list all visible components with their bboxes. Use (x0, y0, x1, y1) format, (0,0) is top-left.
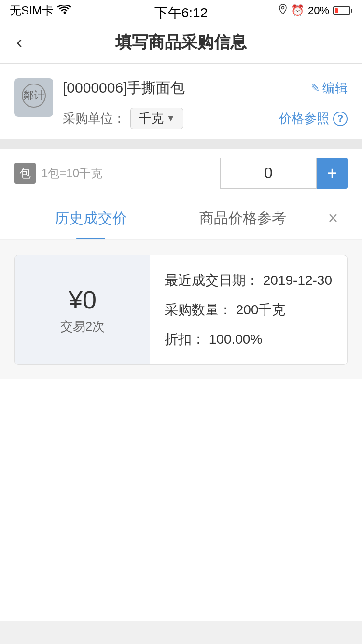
battery-icon (333, 6, 352, 15)
quantity-input[interactable]: 0 (220, 158, 317, 189)
carrier-label: 无SIM卡 (10, 3, 54, 18)
edit-icon: ✎ (311, 82, 320, 95)
product-details: [0000006]手撕面包 ✎ 编辑 采购单位： 千克 ▼ 价格参照 ? (63, 78, 348, 129)
edit-button[interactable]: ✎ 编辑 (311, 80, 348, 97)
product-card: 鄰计 [0000006]手撕面包 ✎ 编辑 采购单位： 千克 ▼ 价格参照 (0, 64, 362, 140)
recent-date-row: 最近成交日期： 2019-12-30 (165, 270, 333, 292)
unit-value: 千克 (139, 110, 164, 127)
nav-bar: ‹ 填写商品采购信息 (0, 21, 362, 64)
tab-history-price[interactable]: 历史成交价 (14, 197, 167, 239)
product-header: [0000006]手撕面包 ✎ 编辑 (63, 78, 348, 98)
discount-row: 折扣： 100.00% (165, 329, 333, 350)
product-name: [0000006]手撕面包 (63, 78, 185, 98)
alarm-icon: ⏰ (291, 4, 304, 17)
quantity-plus-button[interactable]: + (317, 158, 348, 189)
recent-date-value: 2019-12-30 (263, 273, 332, 288)
svg-point-0 (281, 7, 284, 9)
price-card: ¥0 交易2次 最近成交日期： 2019-12-30 采购数量： 200千克 折… (14, 255, 348, 365)
discount-value: 100.00% (209, 332, 263, 347)
location-icon (278, 4, 287, 17)
product-logo-icon: 鄰计 (21, 83, 46, 112)
quantity-label-group: 包 1包=10千克 (14, 163, 220, 184)
purchase-qty-value: 200千克 (236, 302, 286, 317)
quantity-row: 包 1包=10千克 0 + (0, 149, 362, 197)
tabs-header: 历史成交价 商品价格参考 × (0, 197, 362, 240)
conversion-label: 1包=10千克 (42, 166, 102, 181)
tabs-close-button[interactable]: × (319, 204, 348, 233)
purchase-qty-row: 采购数量： 200千克 (165, 299, 333, 321)
separator (0, 140, 362, 149)
svg-text:鄰计: 鄰计 (23, 89, 44, 101)
help-circle-icon: ? (333, 112, 348, 126)
purchase-qty-label: 采购数量： (165, 302, 232, 317)
tabs-section: 历史成交价 商品价格参考 × (0, 197, 362, 240)
status-bar: 无SIM卡 下午6:12 ⏰ 20% (0, 0, 362, 21)
recent-date-label: 最近成交日期： (165, 273, 259, 288)
price-detail: 最近成交日期： 2019-12-30 采购数量： 200千克 折扣： 100.0… (150, 255, 347, 364)
product-unit-row: 采购单位： 千克 ▼ 价格参照 ? (63, 108, 348, 129)
unit-box: 包 (14, 163, 36, 184)
quantity-input-group[interactable]: 0 + (220, 158, 348, 189)
dropdown-arrow-icon: ▼ (167, 113, 175, 124)
unit-label: 采购单位： 千克 ▼ (63, 108, 183, 129)
history-content: ¥0 交易2次 最近成交日期： 2019-12-30 采购数量： 200千克 折… (0, 240, 362, 379)
status-left: 无SIM卡 (10, 3, 71, 18)
discount-label: 折扣： (165, 332, 205, 347)
status-right: ⏰ 20% (278, 4, 352, 17)
price-ref-label: 价格参照 (279, 110, 329, 127)
price-reference-button[interactable]: 价格参照 ? (279, 110, 348, 127)
bottom-area (0, 379, 362, 621)
page-title: 填写商品采购信息 (115, 31, 247, 54)
battery-percent: 20% (308, 4, 329, 17)
price-summary: ¥0 交易2次 (15, 255, 150, 364)
tab-product-price-ref[interactable]: 商品价格参考 (167, 197, 319, 239)
price-times-label: 交易2次 (60, 318, 105, 335)
unit-select-dropdown[interactable]: 千克 ▼ (130, 108, 183, 129)
price-amount: ¥0 (69, 285, 97, 314)
status-time: 下午6:12 (154, 4, 208, 22)
product-thumbnail: 鄰计 (14, 78, 53, 117)
back-button[interactable]: ‹ (0, 21, 39, 64)
wifi-icon (57, 4, 71, 17)
